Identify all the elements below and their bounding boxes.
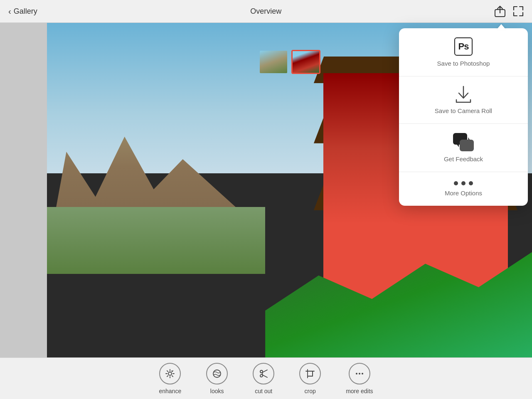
more-options-label: More Options <box>445 190 482 197</box>
bottom-toolbar: enhance looks cut out <box>0 357 532 399</box>
crop-label: crop <box>305 388 316 394</box>
page-title: Overview <box>250 7 281 16</box>
back-button[interactable]: ‹ Gallery <box>8 7 37 16</box>
top-bar: ‹ Gallery Overview <box>0 0 532 23</box>
thumb-image-1 <box>260 51 287 73</box>
looks-label: looks <box>210 388 224 394</box>
svg-point-6 <box>356 373 357 374</box>
svg-rect-5 <box>308 371 313 376</box>
menu-item-get-feedback[interactable]: Get Feedback <box>399 124 528 172</box>
bubble2 <box>460 140 474 151</box>
dot-3 <box>469 181 473 185</box>
popup-menu: Ps Save to Photoshop Save to Camera Roll… <box>399 28 528 206</box>
save-camera-roll-label: Save to Camera Roll <box>435 107 492 114</box>
menu-item-more-options[interactable]: More Options <box>399 172 528 206</box>
crop-icon <box>299 363 321 384</box>
share-icon <box>495 5 505 17</box>
more-edits-tool[interactable]: more edits <box>346 363 373 394</box>
expand-icon <box>513 6 524 17</box>
back-label: Gallery <box>14 7 37 16</box>
dot-1 <box>454 181 458 185</box>
svg-point-2 <box>213 370 221 377</box>
download-icon <box>456 86 471 103</box>
feedback-icon <box>453 133 474 151</box>
top-bar-actions <box>495 5 524 17</box>
dot-2 <box>461 181 466 185</box>
left-sidebar <box>0 23 47 357</box>
get-feedback-label: Get Feedback <box>444 155 483 163</box>
more-edits-label: more edits <box>346 388 373 394</box>
thumbnail-strip <box>259 50 320 74</box>
thumbnail-1[interactable] <box>259 50 288 74</box>
svg-point-8 <box>362 373 363 374</box>
popup-arrow <box>496 24 506 30</box>
menu-item-save-photoshop[interactable]: Ps Save to Photoshop <box>399 28 528 76</box>
crop-tool[interactable]: crop <box>299 363 321 394</box>
enhance-icon <box>159 363 181 384</box>
more-options-icon <box>454 181 473 185</box>
save-photoshop-label: Save to Photoshop <box>437 60 490 67</box>
enhance-label: enhance <box>159 388 181 394</box>
cut-out-label: cut out <box>255 388 272 394</box>
fields <box>47 207 265 274</box>
looks-icon <box>206 363 228 384</box>
enhance-tool[interactable]: enhance <box>159 363 181 394</box>
more-edits-icon <box>349 363 370 384</box>
thumbnail-2[interactable] <box>291 50 320 74</box>
share-button[interactable] <box>495 5 505 17</box>
thumb-image-2 <box>293 51 319 73</box>
back-chevron-icon: ‹ <box>8 7 11 16</box>
expand-button[interactable] <box>513 6 524 17</box>
menu-item-save-camera-roll[interactable]: Save to Camera Roll <box>399 76 528 124</box>
cut-out-tool[interactable]: cut out <box>253 363 274 394</box>
svg-point-7 <box>359 373 360 374</box>
looks-tool[interactable]: looks <box>206 363 228 394</box>
svg-point-1 <box>168 372 172 375</box>
photoshop-icon: Ps <box>454 37 473 56</box>
cut-out-icon <box>253 363 274 384</box>
